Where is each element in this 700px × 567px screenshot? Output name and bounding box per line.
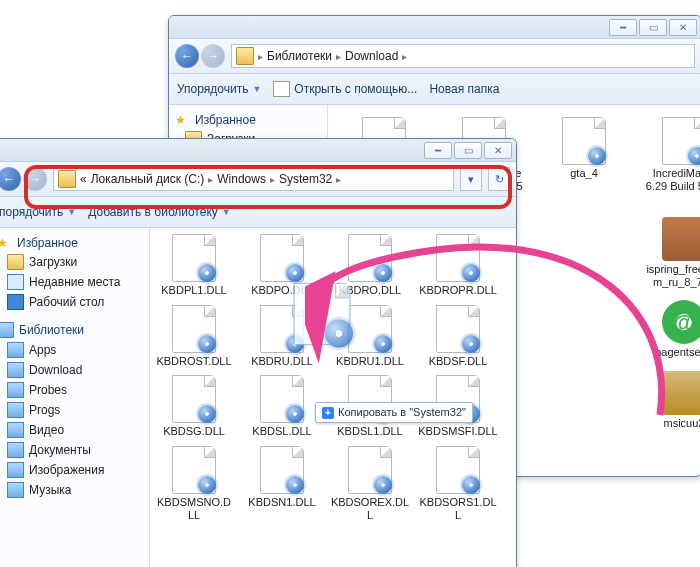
close-button[interactable]: ✕ xyxy=(484,142,512,159)
sidebar-libraries[interactable]: Библиотеки xyxy=(0,320,145,340)
file-item[interactable]: IncrediMail 2 6.29 Build 5203 xyxy=(638,115,700,207)
dll-icon xyxy=(260,375,304,423)
folder-icon xyxy=(7,254,24,270)
file-label: KBDPL1.DLL xyxy=(161,284,226,297)
nav-row: ← → ▸ Библиотеки ▸ Download ▸ xyxy=(169,39,700,74)
maximize-button[interactable]: ▭ xyxy=(639,19,667,36)
minimize-button[interactable]: ━ xyxy=(424,142,452,159)
sidebar-favorites[interactable]: ★ Избранное xyxy=(173,111,323,129)
forward-button[interactable]: → xyxy=(201,44,225,68)
file-item[interactable]: KBDSF.DLL xyxy=(416,303,500,370)
file-item[interactable]: KBDSL.DLL xyxy=(240,373,324,440)
sidebar-item[interactable]: Видео xyxy=(0,420,145,440)
sidebar-label: Избранное xyxy=(195,113,256,127)
app-icon xyxy=(662,217,700,261)
sidebar-label: Музыка xyxy=(29,483,71,497)
file-label: gta_4 xyxy=(570,167,598,180)
dll-icon xyxy=(260,234,304,282)
dll-icon xyxy=(348,446,392,494)
sidebar-item-desktop[interactable]: Рабочий стол xyxy=(0,292,145,312)
copy-tooltip: +Копировать в "System32" xyxy=(315,402,473,423)
crumb[interactable]: Локальный диск (C:) xyxy=(91,172,205,186)
file-label: KBDRU1.DLL xyxy=(336,355,404,368)
crumb[interactable]: System32 xyxy=(279,172,332,186)
minimize-button[interactable]: ━ xyxy=(609,19,637,36)
back-button[interactable]: ← xyxy=(175,44,199,68)
body: ★Избранное Загрузки Недавние места Рабоч… xyxy=(0,228,516,567)
open-with-button[interactable]: Открыть с помощью... xyxy=(273,81,417,97)
sidebar-item[interactable]: Изображения xyxy=(0,460,145,480)
library-icon xyxy=(7,382,24,398)
sidebar-label: Библиотеки xyxy=(19,323,84,337)
forward-button[interactable]: → xyxy=(23,167,47,191)
file-item[interactable]: KBDROST.DLL xyxy=(152,303,236,370)
file-item[interactable]: KBDPL1.DLL xyxy=(152,232,236,299)
file-label: ispring_free_cam_ru_8_7_0 xyxy=(644,263,700,288)
sidebar-item[interactable]: Документы xyxy=(0,440,145,460)
file-item[interactable]: KBDROPR.DLL xyxy=(416,232,500,299)
file-item[interactable]: msicuu2 xyxy=(638,369,700,440)
close-button[interactable]: ✕ xyxy=(669,19,697,36)
sidebar-label: Рабочий стол xyxy=(29,295,104,309)
explorer-window-system32: ━ ▭ ✕ ← → « Локальный диск (C:) ▸ Window… xyxy=(0,138,517,567)
file-item[interactable]: gta_4 xyxy=(538,115,630,207)
file-label: KBDRO.DLL xyxy=(339,284,401,297)
chevron-down-icon: ▼ xyxy=(222,207,231,217)
organize-button[interactable]: порядочить ▼ xyxy=(0,205,76,219)
file-label: msicuu2 xyxy=(664,417,700,430)
nav-arrows: ← → xyxy=(175,44,225,68)
plus-icon: + xyxy=(322,407,334,419)
dll-icon xyxy=(348,234,392,282)
nav-arrows: ← → xyxy=(0,167,47,191)
sidebar-item[interactable]: Музыка xyxy=(0,480,145,500)
titlebar: ━ ▭ ✕ xyxy=(0,139,516,162)
desktop-icon xyxy=(7,294,24,310)
dll-icon xyxy=(260,446,304,494)
file-label: KBDSMSNO.DLL xyxy=(154,496,234,521)
file-item[interactable]: KBDSOREX.DLL xyxy=(328,444,412,523)
file-label: KBDROPR.DLL xyxy=(419,284,497,297)
add-to-library-button[interactable]: Добавить в библиотеку ▼ xyxy=(88,205,230,219)
sidebar-favorites[interactable]: ★Избранное xyxy=(0,234,145,252)
library-icon xyxy=(7,462,24,478)
history-dropdown[interactable]: ▾ xyxy=(460,167,482,191)
crumb-prefix: « xyxy=(80,172,87,186)
dll-icon xyxy=(260,305,304,353)
sidebar-item-downloads[interactable]: Загрузки xyxy=(0,252,145,272)
sidebar-item[interactable]: Progs xyxy=(0,400,145,420)
sidebar-label: Избранное xyxy=(17,236,78,250)
chevron-right-icon: ▸ xyxy=(336,51,341,62)
sidebar-item[interactable]: Probes xyxy=(0,380,145,400)
refresh-button[interactable]: ↻ xyxy=(488,167,510,191)
organize-button[interactable]: Упорядочить ▼ xyxy=(177,82,261,96)
file-item[interactable]: KBDSN1.DLL xyxy=(240,444,324,523)
file-item[interactable]: KBDSG.DLL xyxy=(152,373,236,440)
file-item[interactable]: ispring_free_cam_ru_8_7_0 xyxy=(638,215,700,290)
file-item[interactable]: KBDPO.DLL xyxy=(240,232,324,299)
file-item[interactable]: KBDSORS1.DLL xyxy=(416,444,500,523)
sidebar-item[interactable]: Download xyxy=(0,360,145,380)
file-item[interactable]: KBDRO.DLL xyxy=(328,232,412,299)
sidebar-label: Apps xyxy=(29,343,56,357)
sidebar-label: Загрузки xyxy=(29,255,77,269)
crumb[interactable]: Библиотеки xyxy=(267,49,332,63)
file-item[interactable]: KBDRU.DLL xyxy=(240,303,324,370)
new-folder-button[interactable]: Новая папка xyxy=(429,82,499,96)
dll-icon xyxy=(172,446,216,494)
sidebar-item-recent[interactable]: Недавние места xyxy=(0,272,145,292)
content-pane[interactable]: KBDPL1.DLLKBDPO.DLLKBDRO.DLLKBDROPR.DLLK… xyxy=(150,228,516,567)
sidebar-item[interactable]: Apps xyxy=(0,340,145,360)
toolbar: порядочить ▼ Добавить в библиотеку ▼ xyxy=(0,197,516,228)
folder-icon xyxy=(236,47,254,65)
breadcrumb[interactable]: ▸ Библиотеки ▸ Download ▸ xyxy=(231,44,695,68)
maximize-button[interactable]: ▭ xyxy=(454,142,482,159)
file-label: KBDSF.DLL xyxy=(429,355,488,368)
breadcrumb[interactable]: « Локальный диск (C:) ▸ Windows ▸ System… xyxy=(53,167,454,191)
file-item[interactable]: magentsetup xyxy=(638,298,700,361)
crumb[interactable]: Download xyxy=(345,49,398,63)
file-item[interactable]: KBDRU1.DLL xyxy=(328,303,412,370)
back-button[interactable]: ← xyxy=(0,167,21,191)
file-item[interactable]: KBDSMSNO.DLL xyxy=(152,444,236,523)
toolbar-label: Открыть с помощью... xyxy=(294,82,417,96)
crumb[interactable]: Windows xyxy=(217,172,266,186)
